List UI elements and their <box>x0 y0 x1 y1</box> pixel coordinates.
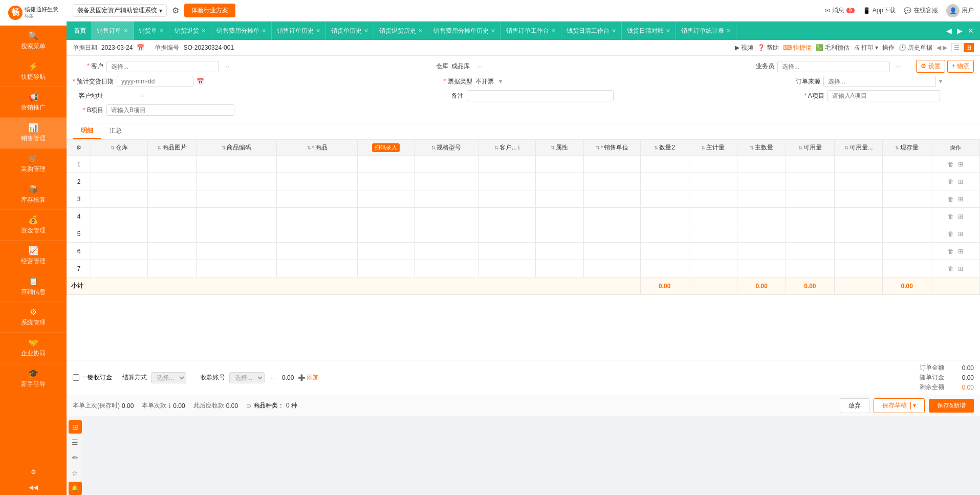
row-code[interactable] <box>196 243 277 260</box>
customer-input[interactable] <box>106 61 219 72</box>
tab-daily-reconcile[interactable]: 钱货日清对账 ✕ <box>622 21 676 40</box>
row-unit[interactable] <box>584 225 641 243</box>
row-product[interactable] <box>277 208 358 225</box>
sidebar-collapse-btn[interactable]: ◀◀ <box>0 480 67 495</box>
a-project-input[interactable] <box>827 90 940 101</box>
row-qty2[interactable] <box>640 156 689 173</box>
support-action[interactable]: 💬 在线客服 <box>904 6 938 15</box>
tab-next-arrow[interactable]: ▶ <box>955 27 965 35</box>
row-product[interactable] <box>277 260 358 277</box>
message-action[interactable]: ✉ 消息 9 <box>825 6 855 15</box>
row-attr[interactable] <box>535 156 584 173</box>
row-spec[interactable] <box>414 190 478 208</box>
row-main-qty[interactable] <box>737 173 786 190</box>
help-action[interactable]: ❓ 帮助 <box>757 44 779 52</box>
addr-more-icon[interactable]: ··· <box>137 92 146 99</box>
row-spec[interactable] <box>414 208 478 225</box>
tab-sales-invoice[interactable]: 销货单 ✕ <box>134 21 169 40</box>
sidebar-item-enterprise[interactable]: 🤝 企业协同 <box>0 333 67 363</box>
tab-close-icon[interactable]: ✕ <box>123 28 128 34</box>
staff-more-icon[interactable]: ··· <box>893 63 902 70</box>
tab-detail[interactable]: 明细 <box>73 123 101 139</box>
row-attr[interactable] <box>535 208 584 225</box>
row-unit[interactable] <box>584 243 641 260</box>
row-product[interactable] <box>277 173 358 190</box>
row-code[interactable] <box>196 173 277 190</box>
remark-input[interactable] <box>467 90 613 101</box>
row-main-qty[interactable] <box>737 208 786 225</box>
row-main-qty[interactable] <box>737 243 786 260</box>
row-code[interactable] <box>196 225 277 243</box>
order-source-dropdown[interactable]: ▾ <box>939 78 942 85</box>
tab-fee-split[interactable]: 销售费用分摊单 ✕ <box>211 21 272 40</box>
one-click-input[interactable] <box>73 374 79 381</box>
row-main-qty[interactable] <box>737 260 786 277</box>
row-delete-icon[interactable]: 🗑 <box>948 265 954 272</box>
sidebar-item-finance[interactable]: 💰 资金管理 <box>0 210 67 241</box>
right-icon-star[interactable]: ☆ <box>69 466 82 480</box>
row-main-unit[interactable] <box>689 225 737 243</box>
delivery-input[interactable] <box>117 76 193 87</box>
one-click-checkbox[interactable]: 一键收订金 <box>73 373 112 382</box>
row-copy-icon[interactable]: ⊞ <box>958 213 963 220</box>
app-download-action[interactable]: 📱 App下载 <box>863 6 896 15</box>
row-qty2[interactable] <box>640 208 689 225</box>
tab-close-all[interactable]: ✕ <box>966 27 976 35</box>
save-draft-dropdown[interactable]: ▾ <box>910 402 916 409</box>
row-unit[interactable] <box>584 260 641 277</box>
row-attr[interactable] <box>535 173 584 190</box>
ops-action[interactable]: 操作 <box>882 44 895 52</box>
tab-fee-history[interactable]: 销售费用分摊单历史 ✕ <box>428 21 501 40</box>
sidebar-item-inventory[interactable]: 📦 库存核算 <box>0 179 67 210</box>
row-warehouse[interactable] <box>91 260 148 277</box>
tab-close-icon[interactable]: ✕ <box>726 28 731 34</box>
profit-action[interactable]: 💹 毛利预估 <box>816 44 850 52</box>
row-spec[interactable] <box>414 156 478 173</box>
row-customer[interactable] <box>479 208 536 225</box>
row-warehouse[interactable] <box>91 190 148 208</box>
sidebar-item-base-info[interactable]: 📋 基础信息 <box>0 271 67 302</box>
row-spec[interactable] <box>414 243 478 260</box>
abandon-btn[interactable]: 放弃 <box>840 398 869 413</box>
right-icon-edit[interactable]: ✏ <box>69 451 82 464</box>
row-delete-icon[interactable]: 🗑 <box>948 196 954 203</box>
row-customer[interactable] <box>479 190 536 208</box>
row-code[interactable] <box>196 260 277 277</box>
row-warehouse[interactable] <box>91 173 148 190</box>
tab-daily-workbench[interactable]: 钱货日清工作台 ✕ <box>561 21 622 40</box>
row-spec[interactable] <box>414 260 478 277</box>
doc-prev-icon[interactable]: ◀ <box>937 44 941 51</box>
row-product[interactable] <box>277 225 358 243</box>
app-selector[interactable]: 装备及固定资产辅助管理系统 ▾ <box>73 4 167 17</box>
tab-sales-report[interactable]: 销售订单统计表 ✕ <box>676 21 736 40</box>
set-btn[interactable]: ⚙ 设置 <box>916 60 945 73</box>
tab-close-icon[interactable]: ✕ <box>491 28 495 34</box>
row-qty2[interactable] <box>640 173 689 190</box>
row-attr[interactable] <box>535 190 584 208</box>
right-icon-list[interactable]: ☰ <box>69 436 82 449</box>
row-main-unit[interactable] <box>689 156 737 173</box>
sidebar-item-guide[interactable]: 🎓 新手引导 <box>0 363 67 394</box>
right-icon-bell[interactable]: 🔔 <box>69 482 82 495</box>
row-copy-icon[interactable]: ⊞ <box>958 196 963 203</box>
row-product[interactable] <box>277 243 358 260</box>
tab-close-icon[interactable]: ✕ <box>364 28 368 34</box>
invoice-dropdown-icon[interactable]: ▾ <box>499 78 502 85</box>
row-main-unit[interactable] <box>689 173 737 190</box>
tab-sales-return[interactable]: 销货退货 ✕ <box>169 21 211 40</box>
row-main-unit[interactable] <box>689 190 737 208</box>
row-delete-icon[interactable]: 🗑 <box>948 248 954 255</box>
row-copy-icon[interactable]: ⊞ <box>958 265 963 272</box>
row-delete-icon[interactable]: 🗑 <box>948 178 954 185</box>
row-attr[interactable] <box>535 243 584 260</box>
row-code[interactable] <box>196 156 277 173</box>
grid-view-icon[interactable]: ⊞ <box>964 43 974 52</box>
tab-return-history[interactable]: 销货退货历史 ✕ <box>374 21 428 40</box>
addrow-btn[interactable]: + 物流 <box>947 60 974 73</box>
row-customer[interactable] <box>479 173 536 190</box>
b-project-input[interactable] <box>106 104 234 116</box>
tab-home[interactable]: 首页 <box>69 21 92 40</box>
tab-close-icon[interactable]: ✕ <box>551 28 556 34</box>
sidebar-item-sales[interactable]: 📊 销售管理 <box>0 118 67 148</box>
doc-next-icon[interactable]: ▶ <box>943 44 947 51</box>
